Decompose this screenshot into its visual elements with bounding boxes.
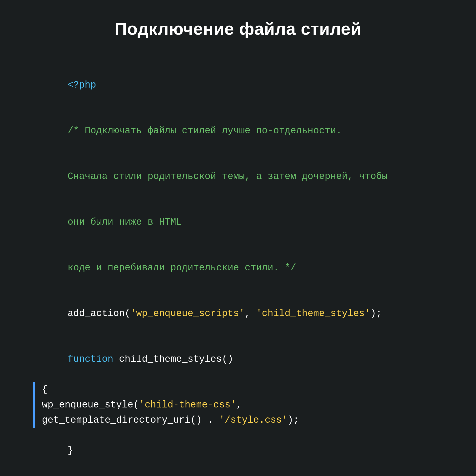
comment-line-1: /* Подключать файлы стилей лучше по-отде… (68, 125, 342, 136)
code-line-11: } (33, 428, 388, 474)
code-block: <?php /* Подключать файлы стилей лучше п… (24, 62, 397, 474)
code-line-4: они были ниже в HTML (33, 200, 388, 245)
code-line-6: add_action('wp_enqueue_scripts', 'child_… (33, 291, 388, 337)
code-line-9: wp_enqueue_style('child-theme-css', (33, 397, 388, 413)
code-line-10: get_template_directory_uri() . '/style.c… (33, 413, 388, 428)
get-template-line: get_template_directory_uri() . '/style.c… (42, 413, 299, 428)
function-name: child_theme_styles() (119, 354, 233, 365)
comment-line-4: коде и перебивали родительские стили. */ (68, 262, 296, 273)
function-keyword: function (68, 354, 119, 365)
page-title: Подключение файла стилей (24, 19, 452, 38)
code-line-3: Сначала стили родительской темы, а затем… (33, 154, 388, 200)
add-action-func: add_action('wp_enqueue_scripts', 'child_… (68, 308, 382, 319)
code-line-8: { (33, 382, 388, 397)
enqueue-style-line: wp_enqueue_style('child-theme-css', (42, 397, 242, 413)
code-bar-3 (33, 413, 35, 428)
page-container: Подключение файла стилей <?php /* Подклю… (0, 0, 476, 476)
comment-line-3: они были ниже в HTML (68, 217, 182, 227)
code-line-5: коде и перебивали родительские стили. */ (33, 245, 388, 291)
comment-line-2: Сначала стили родительской темы, а затем… (68, 171, 388, 182)
brace-open: { (42, 382, 48, 397)
code-line-2: /* Подключать файлы стилей лучше по-отде… (33, 108, 388, 154)
code-line-1: <?php (33, 62, 388, 108)
code-bar-2 (33, 397, 35, 413)
code-line-7: function child_theme_styles() (33, 337, 388, 382)
code-bar (33, 382, 35, 397)
brace-close: } (68, 445, 73, 456)
php-open-tag: <?php (68, 80, 96, 90)
